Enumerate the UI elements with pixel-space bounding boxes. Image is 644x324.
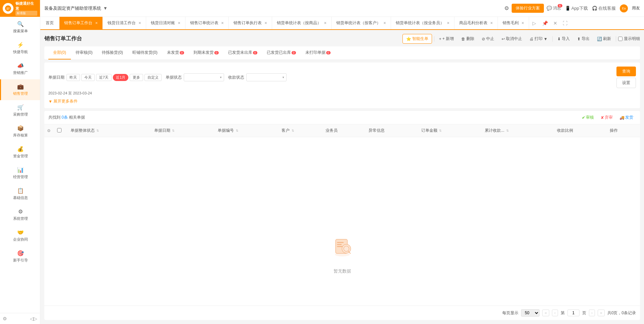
last-page-btn[interactable]: » (598, 310, 605, 316)
sort-date-icon[interactable]: ⇅ (172, 129, 175, 132)
sort-status-icon[interactable]: ⇅ (96, 129, 99, 132)
message-btn[interactable]: 💬 消息 6 (547, 5, 561, 11)
tab-close-sales-stats[interactable]: ✕ (221, 21, 224, 25)
sidebar-item-base[interactable]: 📋 基础信息 (0, 184, 40, 204)
page-size-select[interactable]: 50 20 100 (521, 309, 540, 317)
sort-number-icon[interactable]: ⇅ (236, 129, 239, 132)
online-service-btn[interactable]: 🎧 在线客服 (592, 5, 616, 11)
tab-close-sales[interactable]: ✕ (95, 21, 98, 25)
ship-btn[interactable]: 🚚 发货 (617, 114, 636, 121)
collapse-sidebar-btn[interactable]: ◁▷ (30, 316, 37, 321)
cancel-abort-btn[interactable]: ↩ 取消中止 (499, 35, 525, 43)
tab-sales-stats[interactable]: 销售订单统计表 ✕ (185, 17, 229, 29)
filter-tab-inspect[interactable]: 待拣验货(0) (97, 46, 128, 59)
date-7days-btn[interactable]: 近7天 (96, 74, 112, 81)
filter-tab-pending[interactable]: 待审核(0) (71, 46, 97, 59)
tab-pin-btn[interactable]: 📌 (540, 18, 551, 29)
tab-cash-daily[interactable]: 钱货日清工作台 ✕ (103, 17, 146, 29)
tab-margin[interactable]: 商品毛利分析表 ✕ (455, 17, 498, 29)
status-select[interactable] (184, 73, 224, 81)
first-page-btn[interactable]: « (542, 310, 549, 316)
smart-create-btn[interactable]: ⭐ 智能生单 (402, 34, 432, 44)
delete-btn[interactable]: 🗑 删除 (459, 35, 477, 43)
sidebar-item-marketing[interactable]: 📣 营销推广 (0, 58, 40, 79)
date-more-btn[interactable]: 更多 (130, 74, 143, 81)
user-avatar[interactable]: Ea (620, 4, 628, 12)
date-today-btn[interactable]: 今天 (81, 74, 95, 81)
settings-footer-btn[interactable]: ⚙ (3, 316, 7, 321)
filter-tab-wangpu[interactable]: 旺铺待发货(0) (128, 46, 162, 59)
abort-btn[interactable]: ⊘ 中止 (479, 35, 497, 43)
tab-close-sales-exec[interactable]: ✕ (264, 21, 267, 25)
export-btn[interactable]: ⬆ 导出 (574, 35, 592, 43)
tab-home[interactable]: 首页 (40, 17, 59, 29)
select-all-checkbox[interactable] (57, 128, 61, 132)
page-number-input[interactable] (567, 310, 579, 316)
sidebar-item-purchase[interactable]: 🛒 采购管理 (0, 100, 40, 121)
sidebar-item-management[interactable]: 📊 经营管理 (0, 163, 40, 184)
guide-nav-icon: 🎯 (17, 250, 24, 256)
sort-collected-icon[interactable]: ⇅ (506, 129, 509, 132)
date-custom-btn[interactable]: 自定义 (144, 74, 162, 81)
sort-amount-icon[interactable]: ⇅ (439, 129, 442, 132)
tab-close-reconcile[interactable]: ✕ (178, 21, 180, 25)
reject-btn[interactable]: ✘ 弃审 (598, 114, 615, 121)
sidebar-item-quick[interactable]: ⚡ 快捷导航 (0, 38, 40, 58)
sidebar-item-collab[interactable]: 🤝 企业协同 (0, 225, 40, 246)
add-btn[interactable]: + + 新增 (436, 35, 457, 43)
sidebar-item-system[interactable]: ⚙ 系统管理 (0, 204, 40, 225)
filter-tab-shipped-in[interactable]: 已发货已出库0 (262, 46, 301, 59)
tab-customer-stats[interactable]: 销货单统计表（按客户） ✕ (332, 17, 391, 29)
date-yesterday-btn[interactable]: 昨天 (67, 74, 80, 81)
tab-reconcile[interactable]: 钱货日清对账 ✕ (146, 17, 185, 29)
tab-close-gross[interactable]: ✕ (521, 21, 524, 25)
setting-btn[interactable]: 设置 (616, 78, 636, 88)
filter-tab-unshipped[interactable]: 未发货0 (162, 46, 189, 59)
filter-tab-shipped-out[interactable]: 已发货未出库0 (223, 46, 262, 59)
col-date: 单据日期 ⇅ (152, 124, 215, 137)
industry-btn[interactable]: 体验行业方案 (512, 4, 544, 13)
sidebar-item-search[interactable]: 🔍 搜索菜单 (0, 17, 40, 38)
next-page-btn[interactable]: › (589, 310, 595, 316)
tab-sales-workbench[interactable]: 销售订单工作台 ✕ (59, 17, 103, 29)
page-header: 销售订单工作台 ⭐ 智能生单 + + 新增 🗑 删除 ⊘ 中止 (44, 34, 640, 44)
import-btn[interactable]: ⬇ 导入 (555, 35, 572, 43)
sidebar-item-inventory[interactable]: 📦 库存核算 (0, 121, 40, 142)
tab-overflow-btn[interactable]: ▷ (529, 18, 540, 29)
sidebar-item-guide[interactable]: 🎯 新手引导 (0, 246, 40, 267)
sidebar-item-finance[interactable]: 💰 资金管理 (0, 142, 40, 163)
query-btn[interactable]: 查询 (616, 67, 636, 76)
filter-tab-unprinted[interactable]: 未打印单据0 (301, 46, 335, 59)
tab-close-customer[interactable]: ✕ (383, 21, 386, 25)
tab-close-goods[interactable]: ✕ (324, 21, 327, 25)
tab-staff-stats[interactable]: 销货单统计表（按业务员） ✕ (391, 17, 455, 29)
tab-sales-exec[interactable]: 销售订单执行表 ✕ (229, 17, 272, 29)
result-count-link[interactable]: 0条 (61, 115, 68, 120)
tab-sales-gross[interactable]: 销售毛利 ✕ (498, 17, 529, 29)
tab-expand-btn[interactable]: ⛶ (560, 18, 570, 29)
tab-close-cash[interactable]: ✕ (138, 21, 141, 25)
sort-customer-icon[interactable]: ⇅ (292, 129, 294, 132)
settings-icon-btn[interactable]: ⚙ (504, 5, 509, 11)
app-title-dropdown-btn[interactable]: ▼ (103, 6, 108, 11)
tab-close-margin[interactable]: ✕ (490, 21, 493, 25)
app-download-btn[interactable]: 📱 App下载 (565, 5, 588, 11)
expand-conditions-btn[interactable]: ▼ 展开更多条件 (48, 98, 78, 104)
filter-tab-overdue[interactable]: 到期未发货0 (189, 46, 223, 59)
show-detail-label[interactable]: 显示明细 (618, 36, 640, 42)
sidebar-item-sales[interactable]: 💼 销售管理 (0, 79, 40, 100)
refresh-btn[interactable]: 🔄 刷新 (594, 35, 614, 43)
filter-tab-all[interactable]: 全部(0) (48, 46, 71, 59)
payment-select[interactable] (246, 73, 287, 81)
pagination: 每页显示 50 20 100 « ‹ 第 页 › » 共0页，0条记录 (44, 306, 640, 320)
review-btn[interactable]: ✔ 审核 (579, 114, 597, 121)
print-btn[interactable]: 🖨 打印 ▼ (527, 35, 550, 43)
tab-close-all-btn[interactable]: ✕ (551, 18, 560, 29)
tab-goods-stats[interactable]: 销货单统计表（按商品） ✕ (272, 17, 332, 29)
show-detail-checkbox[interactable] (618, 37, 622, 41)
column-settings-icon[interactable]: ⚙ (47, 128, 51, 133)
date-1month-btn[interactable]: 近1月 (113, 74, 128, 81)
scroll-area[interactable]: ⚙ 单据整体状态 ⇅ 单据日期 ⇅ (44, 124, 640, 202)
tab-close-staff[interactable]: ✕ (447, 21, 449, 25)
prev-page-btn[interactable]: ‹ (552, 310, 558, 316)
